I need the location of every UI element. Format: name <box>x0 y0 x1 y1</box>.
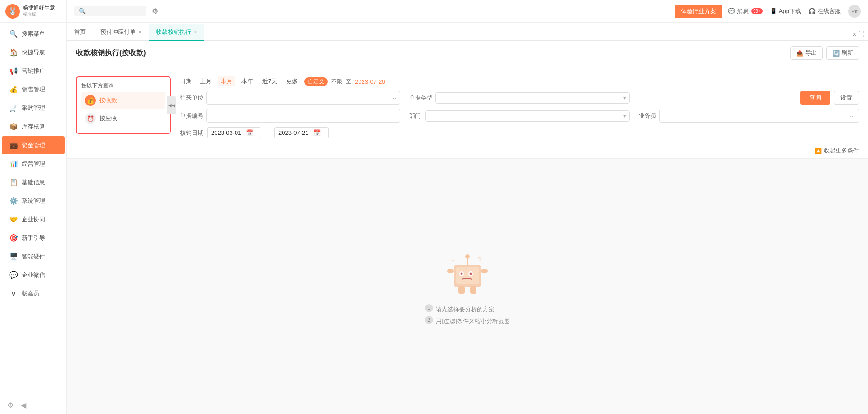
refresh-button[interactable]: 🔄 刷新 <box>826 46 859 60</box>
tabs-maximize-button[interactable]: ⛶ <box>858 31 864 38</box>
logo-title: 畅捷通好生意 <box>23 5 55 12</box>
svg-rect-1 <box>456 267 479 284</box>
empty-state: ? ? 1 请先选择要分析的方案 2 用[过滤]条件来缩小分析范围 <box>425 247 509 327</box>
filter-by-receivable-item[interactable]: ⏰ 按应收 <box>81 110 165 127</box>
svg-point-5 <box>469 272 472 275</box>
left-filter-panel: 按以下方查询 💰 按收款 ⏰ 按应收 ◀◀ <box>76 76 171 134</box>
inventory-icon: 📦 <box>9 122 18 131</box>
topbar: 🔍 ⚙ 体验行业方案 💬 消息 99+ 📱 App下载 🎧 在线客服 Rit <box>67 0 868 23</box>
sidebar-label: 资金管理 <box>22 141 45 149</box>
filter-type-title: 按以下方查询 <box>81 82 165 90</box>
logo-icon: 🐰 <box>5 4 20 19</box>
filter-by-receipt-item[interactable]: 💰 按收款 <box>81 92 165 109</box>
doc-type-filter: 单据类型 <box>409 92 629 104</box>
user-avatar[interactable]: Rit <box>848 5 861 18</box>
empty-state-area: ? ? 1 请先选择要分析的方案 2 用[过滤]条件来缩小分析范围 <box>67 159 868 414</box>
sidebar-item-purchase[interactable]: 🛒 采购管理 <box>2 99 65 117</box>
collapse-more-button[interactable]: 🔼 收起更多条件 <box>815 147 859 155</box>
sidebar-label: 采购管理 <box>22 104 45 112</box>
sidebar-label: 基础信息 <box>22 178 45 186</box>
calendar-to-icon[interactable]: 📅 <box>313 129 321 136</box>
calendar-from-icon[interactable]: 📅 <box>246 129 253 136</box>
collapse-more-bar: 🔼 收起更多条件 <box>67 143 868 159</box>
date-custom-tag[interactable]: 自定义 <box>304 77 328 86</box>
sidebar-item-guide[interactable]: 🎯 新手引导 <box>2 229 65 247</box>
doc-type-label: 单据类型 <box>409 94 433 102</box>
enterprise-icon: 🤝 <box>9 215 18 224</box>
doc-number-filter: 单据编号 <box>180 109 400 123</box>
sidebar-item-member[interactable]: V 畅会员 <box>2 285 65 303</box>
sidebar-item-quick-nav[interactable]: 🏠 快捷导航 <box>2 43 65 62</box>
sidebar-item-basic-info[interactable]: 📋 基础信息 <box>2 173 65 191</box>
sidebar-label: 快捷导航 <box>22 48 45 57</box>
staff-input[interactable]: ··· <box>659 109 859 123</box>
settings-button[interactable]: 设置 <box>834 91 859 105</box>
sidebar-item-operation[interactable]: 📊 经营管理 <box>2 155 65 173</box>
sidebar-item-inventory[interactable]: 📦 库存核算 <box>2 118 65 136</box>
counterparty-label: 往来单位 <box>180 94 203 102</box>
refresh-icon: 🔄 <box>832 50 840 57</box>
date-btn-this-year[interactable]: 本年 <box>239 76 256 86</box>
tab-prepay[interactable]: 预付冲应付单 × <box>93 24 149 41</box>
topbar-search-box: 🔍 <box>74 6 146 16</box>
verify-date-to-input[interactable]: 2023-07-21 📅 <box>274 127 329 138</box>
date-no-limit-text: 不限 <box>331 78 342 86</box>
sidebar-item-hardware[interactable]: 🖥️ 智能硬件 <box>2 247 65 266</box>
query-button[interactable]: 查询 <box>800 91 830 105</box>
app-download-action[interactable]: 📱 App下载 <box>770 7 801 15</box>
date-btn-last7days[interactable]: 近7天 <box>259 76 280 86</box>
verify-date-from-input[interactable]: 2023-03-01 📅 <box>207 127 261 138</box>
tab-home[interactable]: 首页 <box>67 24 93 41</box>
date-btn-more[interactable]: 更多 <box>283 76 301 86</box>
wechat-icon: 💬 <box>9 271 18 280</box>
tab-receipt-cancel[interactable]: 收款核销执行 × <box>149 24 204 41</box>
export-button[interactable]: 📤 导出 <box>790 46 823 60</box>
tab-receipt-cancel-label: 收款核销执行 <box>156 28 191 36</box>
sidebar-label: 库存核算 <box>22 123 45 131</box>
sidebar-nav: 🔍 搜索菜单 🏠 快捷导航 📢 营销推广 💰 销售管理 🛒 采购管理 📦 库存核… <box>0 23 66 396</box>
gear-button[interactable]: ⚙ <box>152 7 158 15</box>
sidebar-item-finance[interactable]: 💼 资金管理 <box>2 136 65 154</box>
collapse-sidebar-icon[interactable]: ◀ <box>21 401 26 409</box>
settings-footer-icon[interactable]: ⚙ <box>7 401 14 409</box>
sidebar-label: 企业微信 <box>22 271 45 279</box>
doc-number-input[interactable] <box>206 109 400 123</box>
panel-collapse-button[interactable]: ◀◀ <box>167 96 176 114</box>
topbar-actions: 💬 消息 99+ 📱 App下载 🎧 在线客服 Rit <box>728 5 861 18</box>
by-receivable-icon: ⏰ <box>85 113 96 124</box>
page-title: 收款核销执行(按收款) <box>76 48 146 63</box>
staff-dots[interactable]: ··· <box>849 112 855 119</box>
sidebar-item-system[interactable]: ⚙️ 系统管理 <box>2 192 65 210</box>
tabs-close-button[interactable]: × <box>853 31 856 38</box>
counterparty-input[interactable]: ··· <box>206 91 400 105</box>
sidebar-item-search-menu[interactable]: 🔍 搜索菜单 <box>2 25 65 43</box>
user-name: Rit <box>851 9 857 14</box>
counterparty-filter: 往来单位 ··· <box>180 91 400 105</box>
filter-right: 日期 上月 本月 本年 近7天 更多 自定义 不限 至 2023-07-26 <box>180 76 859 143</box>
app-download-icon: 📱 <box>770 8 777 14</box>
sidebar-item-enterprise[interactable]: 🤝 企业协同 <box>2 210 65 228</box>
counterparty-dots[interactable]: ··· <box>391 94 396 101</box>
tab-prepay-close[interactable]: × <box>138 29 142 35</box>
doc-number-label: 单据编号 <box>180 112 203 120</box>
online-service-label: 在线客服 <box>817 7 841 15</box>
date-btn-this-month[interactable]: 本月 <box>218 76 235 86</box>
sidebar: 🐰 畅捷通好生意 标准版 🔍 搜索菜单 🏠 快捷导航 📢 营销推广 💰 销售管理… <box>0 0 67 414</box>
date-filter-row: 日期 上月 本月 本年 近7天 更多 自定义 不限 至 2023-07-26 <box>180 76 859 86</box>
svg-point-3 <box>460 272 462 275</box>
tip-num-1: 1 <box>425 304 433 312</box>
date-btn-last-month[interactable]: 上月 <box>197 76 214 86</box>
message-action[interactable]: 💬 消息 99+ <box>728 7 763 15</box>
doc-type-select[interactable] <box>435 92 629 104</box>
svg-rect-8 <box>458 286 465 294</box>
online-service-action[interactable]: 🎧 在线客服 <box>808 7 841 15</box>
sidebar-item-wechat[interactable]: 💬 企业微信 <box>2 266 65 284</box>
tab-receipt-cancel-close[interactable]: × <box>194 29 197 35</box>
sidebar-item-sales[interactable]: 💰 销售管理 <box>2 81 65 99</box>
filter-row-1: 按以下方查询 💰 按收款 ⏰ 按应收 ◀◀ <box>67 71 868 143</box>
finance-icon: 💼 <box>9 141 18 150</box>
sidebar-label: 营销推广 <box>22 67 45 75</box>
industry-plan-button[interactable]: 体验行业方案 <box>675 5 722 18</box>
department-select[interactable] <box>425 110 629 122</box>
sidebar-item-marketing[interactable]: 📢 营销推广 <box>2 62 65 80</box>
